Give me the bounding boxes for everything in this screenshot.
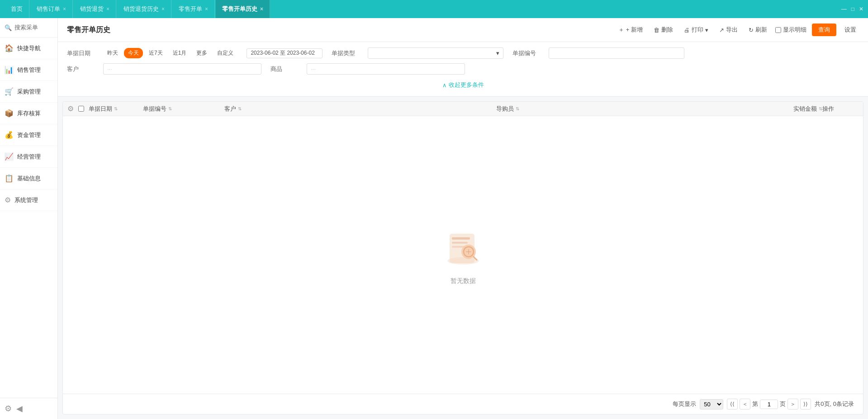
add-icon: ＋: [618, 26, 624, 34]
tab-return-history[interactable]: 销货退货历史 ×: [117, 0, 171, 18]
th-action-label: 操作: [822, 105, 834, 113]
last7days-btn[interactable]: 近7天: [145, 48, 167, 58]
total-label: 共0页, 0条记录: [815, 400, 854, 408]
delete-label: 删除: [661, 26, 673, 34]
last-page-btn[interactable]: ⟩⟩: [800, 399, 811, 410]
tab-return-close[interactable]: ×: [106, 6, 109, 12]
export-icon: ↗: [719, 27, 724, 33]
tab-sales-order-close[interactable]: ×: [63, 6, 66, 12]
th-amount[interactable]: 实销金额 ⇅: [550, 105, 822, 113]
restore-btn[interactable]: □: [851, 6, 854, 12]
minimize-btn[interactable]: —: [841, 6, 847, 12]
sidebar-item-basic-info[interactable]: 📋 基础信息: [0, 168, 57, 189]
sales-icon: 📊: [5, 66, 14, 74]
tab-return-history-label: 销货退货历史: [123, 5, 159, 13]
settings-button[interactable]: 设置: [842, 24, 859, 36]
export-button[interactable]: ↗ 导出: [716, 24, 740, 36]
th-date-label: 单据日期: [89, 105, 112, 113]
sidebar-item-inventory[interactable]: 📦 库存核算: [0, 103, 57, 124]
tab-list: 首页 销售订单 × 销货退货 × 销货退货历史 × 零售开单 × 零售开单历史 …: [5, 0, 841, 18]
th-action: 操作: [822, 105, 859, 113]
table-settings-icon[interactable]: ⚙: [67, 104, 74, 113]
query-button[interactable]: 查询: [812, 24, 836, 36]
tab-sales-order[interactable]: 销售订单 ×: [30, 0, 73, 18]
doc-type-select[interactable]: ▾: [368, 47, 503, 59]
svg-rect-3: [452, 242, 468, 244]
th-num[interactable]: 单据编号 ⇅: [143, 105, 224, 113]
svg-rect-2: [452, 237, 470, 240]
customer-input[interactable]: ···: [103, 63, 261, 75]
print-label: 打印: [692, 26, 703, 34]
next-page-btn[interactable]: ＞: [787, 399, 798, 410]
refresh-button[interactable]: ↻ 刷新: [746, 24, 770, 36]
tab-return-history-close[interactable]: ×: [161, 6, 165, 12]
tab-retail-order-close[interactable]: ×: [205, 6, 208, 12]
display-detail-label: 显示明细: [783, 26, 806, 34]
tab-retail-order[interactable]: 零售开单 ×: [172, 0, 215, 18]
collapse-filter-btn[interactable]: ∧ 收起更多条件: [67, 79, 859, 91]
sidebar-item-quick-nav[interactable]: 🏠 快捷导航: [0, 38, 57, 59]
th-amount-sort-icon: ⇅: [819, 106, 822, 111]
page-title: 零售开单历史: [67, 25, 110, 35]
refresh-label: 刷新: [755, 26, 767, 34]
sidebar-item-purchase[interactable]: 🛒 采购管理: [0, 81, 57, 103]
main-layout: 🔍 搜索采单 🏠 快捷导航 📊 销售管理 🛒 采购管理 📦 库存核算 💰 资金管…: [0, 18, 868, 419]
first-page-btn[interactable]: ⟨⟨: [727, 399, 738, 410]
print-button[interactable]: 🖨 打印 ▾: [681, 24, 711, 36]
doc-type-label: 单据类型: [332, 49, 359, 57]
gear-icon[interactable]: ⚙: [5, 404, 12, 414]
goods-input[interactable]: ···: [307, 63, 465, 75]
sidebar-item-system[interactable]: ⚙ 系统管理: [0, 189, 57, 211]
search-icon: 🔍: [5, 24, 12, 31]
yesterday-btn[interactable]: 昨天: [103, 48, 122, 58]
delete-button[interactable]: 🗑 删除: [651, 24, 676, 36]
refresh-icon: ↻: [749, 27, 754, 33]
sidebar-item-sales[interactable]: 📊 销售管理: [0, 59, 57, 81]
tab-return[interactable]: 销货退货 ×: [74, 0, 116, 18]
tab-home[interactable]: 首页: [5, 0, 29, 18]
per-page-label: 每页显示: [673, 400, 696, 408]
date-range-input[interactable]: [247, 48, 323, 58]
display-detail-checkbox[interactable]: [775, 27, 781, 33]
per-page-select[interactable]: 50 100 200: [700, 399, 723, 410]
last-month-btn[interactable]: 近1月: [169, 48, 191, 58]
export-label: 导出: [726, 26, 738, 34]
date-btn-group: 昨天 今天 近7天 近1月 更多 自定义: [103, 48, 237, 58]
sidebar-search[interactable]: 🔍 搜索采单: [0, 18, 57, 38]
th-salesperson[interactable]: 导购员 ⇅: [496, 105, 550, 113]
select-all-checkbox[interactable]: [78, 106, 84, 112]
sidebar-item-purchase-label: 采购管理: [17, 88, 41, 96]
collapse-sidebar-icon[interactable]: ◀: [16, 404, 23, 414]
print-icon: 🖨: [684, 27, 690, 33]
th-salesperson-sort-icon: ⇅: [516, 106, 519, 111]
custom-btn[interactable]: 自定义: [213, 48, 237, 58]
doc-num-input[interactable]: [549, 47, 684, 59]
th-amount-label: 实销金额: [793, 105, 817, 113]
th-customer[interactable]: 客户 ⇅: [224, 105, 496, 113]
page-suffix: 页: [780, 400, 786, 408]
th-customer-label: 客户: [224, 105, 236, 113]
page-input[interactable]: [760, 400, 778, 409]
search-label: 搜索采单: [14, 24, 38, 32]
sidebar-item-sales-label: 销售管理: [17, 66, 41, 74]
sidebar-item-operations[interactable]: 📈 经营管理: [0, 146, 57, 168]
th-date-sort-icon: ⇅: [114, 106, 118, 111]
more-btn[interactable]: 更多: [192, 48, 211, 58]
today-btn[interactable]: 今天: [124, 48, 143, 58]
close-btn-window[interactable]: ✕: [859, 6, 863, 12]
tab-return-label: 销货退货: [80, 5, 104, 13]
sidebar-item-finance[interactable]: 💰 资金管理: [0, 124, 57, 146]
finance-icon: 💰: [5, 131, 14, 139]
customer-label: 客户: [67, 65, 94, 73]
tab-retail-history-close[interactable]: ×: [260, 6, 263, 12]
basic-info-icon: 📋: [5, 174, 14, 183]
prev-page-btn[interactable]: ＜: [740, 399, 750, 410]
pagination: 每页显示 50 100 200 ⟨⟨ ＜ 第 页 ＞ ⟩⟩ 共0页, 0条记录: [63, 394, 863, 414]
page-header: 零售开单历史 ＋ + 新增 🗑 删除 🖨 打印 ▾ ↗ 导出: [58, 18, 868, 42]
th-date[interactable]: 单据日期 ⇅: [89, 105, 143, 113]
goods-label: 商品: [270, 65, 298, 73]
date-label: 单据日期: [67, 49, 94, 57]
operations-icon: 📈: [5, 152, 14, 161]
add-button[interactable]: ＋ + 新增: [616, 24, 645, 36]
tab-retail-history[interactable]: 零售开单历史 ×: [216, 0, 270, 18]
